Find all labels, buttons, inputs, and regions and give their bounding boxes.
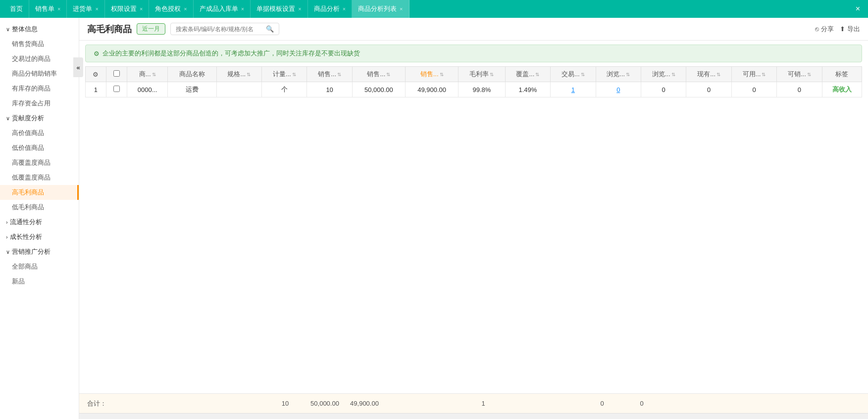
close-icon[interactable]: × — [95, 6, 98, 12]
sort-icon[interactable]: ⇅ — [762, 72, 766, 77]
nav-tab-home[interactable]: 首页 — [4, 0, 29, 18]
sidebar-item-in-stock-goods[interactable]: 有库存的商品 — [0, 81, 79, 96]
sidebar-item-distribution-rate[interactable]: 商品分销助销率 — [0, 66, 79, 81]
cell-sales3: 49,900.00 — [406, 82, 459, 97]
sidebar-item-all-goods[interactable]: 全部商品 — [0, 259, 79, 274]
col-transactions: 交易...⇅ — [551, 67, 596, 82]
sidebar-group-contribution[interactable]: ∨ 贡献度分析 — [0, 111, 79, 126]
row-checkbox[interactable] — [113, 86, 120, 92]
footer-stock-total: 0 — [582, 400, 622, 407]
cell-sales2: 50,000.00 — [352, 82, 405, 97]
col-available: 可用...⇅ — [731, 67, 776, 82]
sidebar-group-marketing[interactable]: ∨ 营销推广分析 — [0, 244, 79, 259]
sidebar-item-high-value[interactable]: 高价值商品 — [0, 126, 79, 140]
col-sales2: 销售...⇅ — [352, 67, 405, 82]
select-all-checkbox[interactable] — [113, 70, 120, 77]
nav-tab-template[interactable]: 单据模板设置 × — [251, 0, 307, 18]
cell-spec — [216, 82, 261, 97]
horizontal-scrollbar[interactable] — [79, 413, 868, 419]
info-icon: ⚙ — [94, 50, 100, 57]
cell-gross-rate: 99.8% — [459, 82, 506, 97]
chevron-right-icon: › — [6, 219, 8, 225]
sidebar-item-low-coverage[interactable]: 低覆盖度商品 — [0, 170, 79, 185]
sort-icon[interactable]: ⇅ — [337, 72, 341, 77]
sidebar-group-overall[interactable]: ∨ 整体信息 — [0, 22, 79, 37]
nav-tab-product-analysis-list[interactable]: 商品分析列表 × — [352, 0, 409, 18]
col-checkbox[interactable] — [106, 67, 127, 82]
col-name: 商品名称 — [167, 67, 216, 82]
share-button[interactable]: ⎋ 分享 — [815, 25, 834, 34]
sort-icon[interactable]: ⇅ — [807, 72, 811, 77]
sidebar-item-inventory-capital[interactable]: 库存资金占用 — [0, 96, 79, 111]
cell-name: 运费 — [167, 82, 216, 97]
header-actions: ⎋ 分享 ⬆ 导出 — [815, 25, 860, 34]
export-button[interactable]: ⬆ 导出 — [840, 25, 860, 34]
close-all-tabs-button[interactable]: × — [852, 4, 864, 13]
sort-icon[interactable]: ⇅ — [292, 72, 296, 77]
transactions-link[interactable]: 1 — [571, 86, 575, 93]
nav-tab-permission[interactable]: 权限设置 × — [105, 0, 149, 18]
col-stock: 现有...⇅ — [686, 67, 731, 82]
cell-tag: 高收入 — [822, 82, 862, 97]
col-tag: 标签 — [822, 67, 862, 82]
sort-icon[interactable]: ⇅ — [440, 72, 444, 77]
sort-icon[interactable]: ⇅ — [626, 72, 630, 77]
footer-sales2-total: 50,000.00 — [305, 400, 345, 407]
filter-period-button[interactable]: 近一月 — [137, 23, 165, 35]
cell-coverage: 1.49% — [505, 82, 550, 97]
sidebar-group-growth[interactable]: › 成长性分析 — [0, 230, 79, 244]
nav-tab-product-analysis[interactable]: 商品分析 × — [308, 0, 352, 18]
export-icon: ⬆ — [840, 25, 845, 33]
sidebar-container: ∨ 整体信息 销售货商品 交易过的商品 商品分销助销率 有库存的商品 库存资金占… — [0, 18, 79, 419]
nav-tab-purchase[interactable]: 进货单 × — [67, 0, 104, 18]
col-settings[interactable]: ⚙ — [86, 67, 106, 82]
sidebar-item-high-coverage[interactable]: 高覆盖度商品 — [0, 155, 79, 170]
sidebar-item-traded-goods[interactable]: 交易过的商品 — [0, 51, 79, 66]
sidebar-group-liquidity[interactable]: › 流通性分析 — [0, 215, 79, 230]
close-icon[interactable]: × — [241, 6, 244, 12]
sort-icon[interactable]: ⇅ — [535, 72, 539, 77]
chevron-right-icon: › — [6, 234, 8, 240]
sort-icon[interactable]: ⇅ — [716, 72, 720, 77]
close-icon[interactable]: × — [343, 6, 346, 12]
sidebar-item-sales-goods[interactable]: 销售货商品 — [0, 37, 79, 51]
col-browse1: 浏览...⇅ — [596, 67, 641, 82]
sidebar-item-low-margin[interactable]: 低毛利商品 — [0, 200, 79, 215]
sort-icon[interactable]: ⇅ — [386, 72, 390, 77]
chevron-down-icon: ∨ — [6, 115, 10, 122]
search-input[interactable] — [176, 26, 263, 33]
sort-icon[interactable]: ⇅ — [247, 72, 251, 77]
chevron-down-icon: ∨ — [6, 26, 10, 33]
sort-icon[interactable]: ⇅ — [152, 72, 156, 77]
close-icon[interactable]: × — [400, 6, 403, 12]
info-banner: ⚙ 企业的主要的利润都是这部分商品创造的，可考虑加大推广，同时关注库存是不要出现… — [85, 45, 862, 62]
sidebar-item-new-products[interactable]: 新品 — [0, 274, 79, 289]
search-icon[interactable]: 🔍 — [266, 25, 274, 33]
cell-checkbox[interactable] — [106, 82, 127, 97]
close-icon[interactable]: × — [298, 6, 301, 12]
table-header-row: ⚙ 商...⇅ 商品名称 规格...⇅ 计量...⇅ 销售...⇅ 销售...⇅… — [86, 67, 862, 82]
col-sales3: 销售...⇅ — [406, 67, 459, 82]
close-icon[interactable]: × — [57, 6, 60, 12]
nav-tab-sales[interactable]: 销售单 × — [29, 0, 67, 18]
col-spec: 规格...⇅ — [216, 67, 261, 82]
close-icon[interactable]: × — [140, 6, 143, 12]
sort-icon[interactable]: ⇅ — [671, 72, 675, 77]
content-header: 高毛利商品 近一月 🔍 ⎋ 分享 ⬆ 导出 — [79, 18, 868, 41]
sidebar-item-high-margin[interactable]: 高毛利商品 — [0, 185, 79, 200]
nav-tab-product-inbound[interactable]: 产成品入库单 × — [194, 0, 251, 18]
col-coverage: 覆盖...⇅ — [505, 67, 550, 82]
sidebar-collapse-button[interactable]: « — [73, 57, 83, 77]
sort-icon[interactable]: ⇅ — [581, 72, 585, 77]
nav-tab-role[interactable]: 角色授权 × — [149, 0, 193, 18]
sidebar-item-low-value[interactable]: 低价值商品 — [0, 140, 79, 155]
col-unit: 计量...⇅ — [261, 67, 306, 82]
browse1-link[interactable]: 0 — [616, 86, 620, 93]
chevron-down-icon: ∨ — [6, 249, 10, 255]
sort-icon[interactable]: ⇅ — [490, 72, 494, 77]
sidebar: ∨ 整体信息 销售货商品 交易过的商品 商品分销助销率 有库存的商品 库存资金占… — [0, 18, 79, 419]
col-gross-rate: 毛利率⇅ — [459, 67, 506, 82]
close-icon[interactable]: × — [184, 6, 187, 12]
col-browse2: 浏览...⇅ — [641, 67, 686, 82]
cell-browse1: 0 — [596, 82, 641, 97]
